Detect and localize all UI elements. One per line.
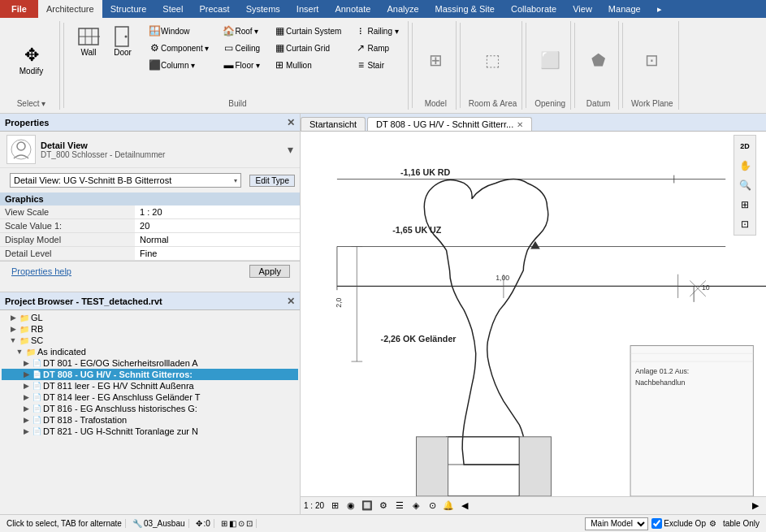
tree-item-dt818[interactable]: ▶ 📄 DT 818 - Trafostation: [2, 414, 298, 426]
room-area-label: Room & Area: [469, 97, 517, 108]
canvas-icon-3[interactable]: 🔲: [360, 499, 374, 513]
mullion-icon: ⊞: [273, 58, 286, 71]
tab-dt808[interactable]: DT 808 - UG H/V - Schnitt Gitterr... ✕: [367, 117, 532, 131]
canvas-scroll-right[interactable]: ▶: [748, 499, 763, 513]
curtain-system-button[interactable]: ▦ Curtain System: [269, 23, 345, 39]
canvas-icon-8[interactable]: 🔔: [441, 499, 456, 513]
exclude-checkbox[interactable]: [651, 518, 662, 529]
svg-text:2,0: 2,0: [335, 297, 343, 307]
toggle-icon3[interactable]: ⊙: [238, 519, 245, 528]
column-button[interactable]: ⬛ Column ▾: [144, 57, 213, 73]
canvas-icon-4[interactable]: ⚙: [376, 499, 391, 513]
ribbon: ✥ Modify Select ▾ Wall: [0, 18, 766, 114]
element-icon: [6, 135, 36, 164]
wall-button[interactable]: Wall: [72, 23, 105, 59]
curtain-grid-button[interactable]: ▦ Curtain Grid: [269, 40, 345, 56]
pan-btn[interactable]: ✋: [736, 157, 754, 175]
component-button[interactable]: ⚙ Component ▾: [144, 40, 213, 56]
tree-item-dt808[interactable]: ▶ 📄 DT 808 - UG H/V - Schnitt Gitterros:: [2, 369, 298, 380]
window-button[interactable]: 🪟 Window: [144, 23, 213, 39]
tree-item-rb[interactable]: ▶ 📁 RB: [2, 323, 298, 335]
toggle-icon2[interactable]: ◧: [229, 519, 236, 528]
mullion-button[interactable]: ⊞ Mullion: [269, 57, 345, 73]
canvas-container: 10 -1,16 UK RD -1,65 UK UZ 1,00 R-0.22 R…: [301, 132, 766, 514]
expand-arrow[interactable]: ▾: [288, 143, 293, 156]
tree-toggle-gl: ▶: [8, 313, 18, 322]
svg-text:10: 10: [702, 283, 710, 292]
status-message: Click to select, TAB for alternate: [3, 519, 126, 528]
canvas-icon-9[interactable]: ◀: [457, 499, 472, 513]
railing-button[interactable]: ⫶ Railing ▾: [350, 23, 402, 39]
drawing-svg: 10 -1,16 UK RD -1,65 UK UZ 1,00 R-0.22 R…: [301, 132, 766, 496]
properties-close-btn[interactable]: ✕: [287, 117, 295, 128]
settings-icon[interactable]: ⚙: [709, 519, 716, 528]
view-dropdown[interactable]: Detail View: UG V-Schnitt B-B Gitterrost…: [10, 173, 241, 188]
model-select[interactable]: Main Model: [585, 517, 648, 530]
menu-expand[interactable]: ▸: [649, 0, 670, 18]
door-icon: [111, 25, 134, 48]
svg-text:Nachbehandlun: Nachbehandlun: [635, 378, 686, 387]
tree-item-sc[interactable]: ▼ 📁 SC: [2, 335, 298, 346]
stair-button[interactable]: ≡ Stair: [350, 57, 402, 73]
tab-startansicht[interactable]: Startansicht: [301, 117, 366, 131]
ceiling-button[interactable]: ▭ Ceiling: [218, 40, 264, 56]
tree-item-dt821[interactable]: ▶ 📄 DT 821 - UG H-Schnitt Toranlage zur …: [2, 426, 298, 437]
component-icon: ⚙: [148, 41, 161, 54]
toggle-icon4[interactable]: ⊡: [246, 519, 253, 528]
menu-view[interactable]: View: [565, 0, 600, 18]
menu-structure[interactable]: Structure: [102, 0, 155, 18]
canvas-icon-6[interactable]: ◈: [409, 499, 423, 513]
menu-precast[interactable]: Precast: [191, 0, 237, 18]
menu-manage[interactable]: Manage: [600, 0, 649, 18]
tree-toggle-dt816: ▶: [21, 404, 31, 413]
zoom-fit-btn[interactable]: ⊞: [736, 196, 754, 214]
ribbon-group-model: ⊞ Model: [416, 21, 457, 110]
property-element: Detail View DT_800 Schlosser - Detailnum…: [0, 132, 300, 168]
properties-help-link[interactable]: Properties help: [5, 263, 78, 279]
door-button[interactable]: Door: [106, 23, 139, 59]
ramp-button[interactable]: ↗ Ramp: [350, 40, 402, 56]
wall-icon: [77, 25, 100, 48]
tree-item-as-indicated[interactable]: ▼ 📁 As indicated: [2, 346, 298, 357]
tree-item-dt801[interactable]: ▶ 📄 DT 801 - EG/OG Sicherheitsrollladen …: [2, 357, 298, 369]
project-browser-close-btn[interactable]: ✕: [287, 296, 295, 307]
tree-item-dt816[interactable]: ▶ 📄 DT 816 - EG Anschluss historisches G…: [2, 403, 298, 414]
tree-toggle-dt808: ▶: [21, 370, 31, 379]
properties-panel: Properties ✕ Detail View DT_800 Schlosse…: [0, 114, 300, 292]
canvas-icon-7[interactable]: ⊙: [425, 499, 439, 513]
project-browser-title: Project Browser - TEST_detached.rvt: [5, 296, 162, 306]
menu-analyze[interactable]: Analyze: [379, 0, 426, 18]
menu-annotate[interactable]: Annotate: [327, 0, 379, 18]
status-bar: Click to select, TAB for alternate 🔧 03_…: [0, 514, 766, 532]
menu-steel[interactable]: Steel: [154, 0, 191, 18]
ribbon-group-workplane: ⊡ Work Plane: [626, 21, 679, 110]
apply-button[interactable]: Apply: [249, 265, 290, 278]
tab-close-dt808[interactable]: ✕: [517, 120, 523, 129]
floor-button[interactable]: ▬ Floor ▾: [218, 57, 264, 73]
exclude-label: Exclude Op: [664, 519, 706, 528]
tree-item-dt814[interactable]: ▶ 📄 DT 814 leer - EG Anschluss Geländer …: [2, 391, 298, 403]
tree-item-gl[interactable]: ▶ 📁 GL: [2, 312, 298, 323]
svg-rect-36: [417, 437, 448, 496]
file-menu[interactable]: File: [0, 0, 38, 18]
zoom-region-btn[interactable]: ⊡: [736, 215, 754, 233]
toggle-icon1[interactable]: ⊞: [221, 519, 227, 528]
menu-architecture[interactable]: Architecture: [38, 0, 102, 18]
menu-collaborate[interactable]: Collaborate: [503, 0, 565, 18]
tree-item-dt811[interactable]: ▶ 📄 DT 811 leer - EG H/V Schnitt Außenra: [2, 380, 298, 391]
build-label: Build: [228, 97, 246, 108]
canvas-icon-5[interactable]: ☰: [392, 499, 407, 513]
canvas-icon-1[interactable]: ⊞: [327, 499, 342, 513]
canvas-area[interactable]: 10 -1,16 UK RD -1,65 UK UZ 1,00 R-0.22 R…: [301, 132, 766, 496]
roof-button[interactable]: 🏠 Roof ▾: [218, 23, 264, 39]
canvas-icon-2[interactable]: ◉: [344, 499, 358, 513]
menu-massing[interactable]: Massing & Site: [427, 0, 503, 18]
modify-button[interactable]: ✥ Modify: [15, 41, 48, 78]
curtain-system-icon: ▦: [273, 24, 286, 37]
menu-systems[interactable]: Systems: [238, 0, 288, 18]
menu-insert[interactable]: Insert: [288, 0, 327, 18]
zoom-btn[interactable]: 🔍: [736, 176, 754, 194]
2d-view-btn[interactable]: 2D: [736, 137, 754, 155]
edit-type-btn[interactable]: Edit Type: [249, 175, 295, 187]
view-tabs: Startansicht DT 808 - UG H/V - Schnitt G…: [301, 114, 766, 132]
